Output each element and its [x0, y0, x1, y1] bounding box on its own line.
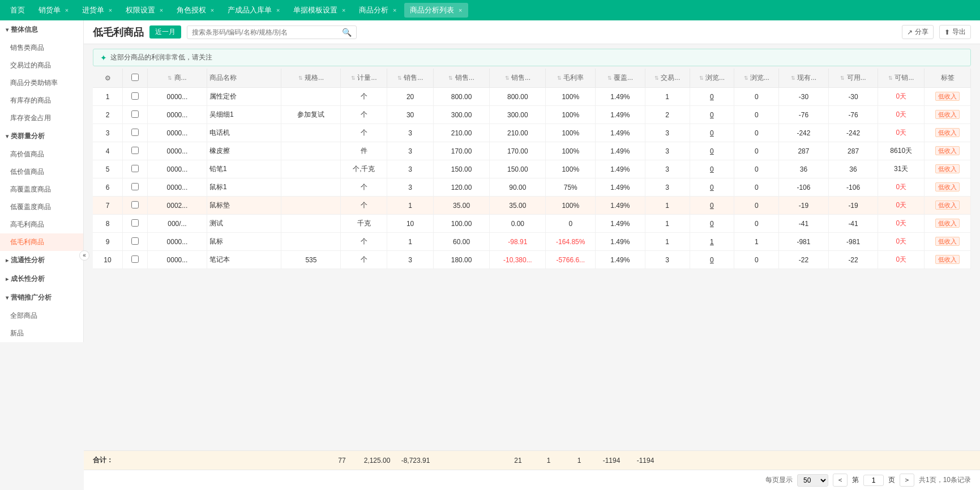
cell-check[interactable]	[123, 142, 148, 160]
close-icon[interactable]: ×	[276, 7, 280, 14]
search-icon[interactable]: 🔍	[342, 28, 352, 37]
col-header-check[interactable]	[123, 69, 148, 88]
col-header-browse2[interactable]: ⇅ 浏览...	[734, 69, 779, 88]
col-header-sale-days[interactable]: ⇅ 可销...	[878, 69, 925, 88]
cell-check[interactable]	[123, 106, 148, 124]
cell-browse1[interactable]: 0	[690, 124, 734, 142]
sidebar-group-growth[interactable]: ▸ 成长性分析	[0, 270, 83, 288]
nav-sales[interactable]: 销货单 ×	[33, 3, 74, 18]
cell-check[interactable]	[123, 88, 148, 106]
prev-page-button[interactable]: ＜	[833, 474, 848, 487]
export-icon: ⬆	[944, 28, 950, 36]
page-number-input[interactable]	[863, 475, 884, 486]
share-button[interactable]: ↗ 分享	[902, 25, 934, 39]
row-checkbox[interactable]	[131, 92, 139, 100]
sidebar-item-sales-goods[interactable]: 销售类商品	[0, 39, 83, 57]
sort-icon: ⇅	[351, 75, 356, 81]
close-icon[interactable]: ×	[459, 7, 462, 14]
cell-check[interactable]	[123, 160, 148, 178]
cell-check[interactable]	[123, 233, 148, 251]
close-icon[interactable]: ×	[393, 7, 396, 14]
col-header-sales-amt[interactable]: ⇅ 销售...	[490, 69, 546, 88]
sidebar-item-high-value[interactable]: 高价值商品	[0, 146, 83, 163]
next-page-button[interactable]: ＞	[900, 474, 914, 487]
per-page-select[interactable]: 50 100 200	[797, 474, 828, 487]
sidebar-item-all-goods[interactable]: 全部商品	[0, 307, 83, 325]
sidebar-item-new-goods[interactable]: 新品	[0, 325, 83, 342]
col-header-name[interactable]: 商品名称	[207, 69, 281, 88]
cell-check[interactable]	[123, 178, 148, 197]
sidebar-item-low-value[interactable]: 低价值商品	[0, 163, 83, 181]
table-container[interactable]: ⚙ ⇅ 商... 商品名称 ⇅ 规格... ⇅ 计量... ⇅ 销售... ⇅ …	[84, 69, 980, 450]
cell-trade-cnt: 3	[645, 251, 690, 269]
cell-avail-stock: 36	[828, 160, 878, 178]
cell-check[interactable]	[123, 124, 148, 142]
cell-browse1[interactable]: 0	[690, 251, 734, 269]
col-header-trade[interactable]: ⇅ 交易...	[645, 69, 690, 88]
sidebar-group-overall[interactable]: ▾ 整体信息	[0, 20, 83, 39]
sidebar-item-low-gross[interactable]: 低毛利商品	[0, 233, 83, 251]
col-header-settings[interactable]: ⚙	[93, 69, 123, 88]
cell-browse1[interactable]: 0	[690, 88, 734, 106]
col-header-current-stock[interactable]: ⇅ 现有...	[779, 69, 829, 88]
row-checkbox[interactable]	[131, 183, 139, 190]
col-header-code[interactable]: ⇅ 商...	[147, 69, 207, 88]
cell-browse1[interactable]: 1	[690, 233, 734, 251]
row-checkbox[interactable]	[131, 165, 139, 172]
nav-goods-analysis[interactable]: 商品分析 ×	[353, 3, 402, 18]
cell-browse1[interactable]: 0	[690, 142, 734, 160]
export-button[interactable]: ⬆ 导出	[939, 25, 971, 39]
sidebar-item-high-gross[interactable]: 高毛利商品	[0, 216, 83, 233]
row-checkbox[interactable]	[131, 147, 139, 154]
row-checkbox[interactable]	[131, 110, 139, 118]
row-checkbox[interactable]	[131, 237, 139, 245]
sidebar-collapse-button[interactable]: «	[79, 250, 89, 261]
sidebar-item-category-rate[interactable]: 商品分类助销率	[0, 74, 83, 92]
col-header-avail-stock[interactable]: ⇅ 可用...	[828, 69, 878, 88]
col-header-sales-price[interactable]: ⇅ 销售...	[433, 69, 489, 88]
nav-purchase[interactable]: 进货单 ×	[76, 3, 118, 18]
col-header-gross[interactable]: ⇅ 毛利率	[546, 69, 596, 88]
cell-browse1[interactable]: 0	[690, 106, 734, 124]
row-checkbox[interactable]	[131, 255, 139, 263]
cell-browse1[interactable]: 0	[690, 197, 734, 215]
col-header-cover[interactable]: ⇅ 覆盖...	[596, 69, 645, 88]
nav-goods-analysis-list[interactable]: 商品分析列表 ×	[404, 3, 468, 18]
filter-button[interactable]: 近一月	[149, 25, 181, 39]
sidebar-group-flow[interactable]: ▸ 流通性分析	[0, 251, 83, 270]
col-header-tag[interactable]: 标签	[925, 69, 971, 88]
cell-browse1[interactable]: 0	[690, 178, 734, 197]
row-checkbox[interactable]	[131, 129, 139, 136]
sidebar-item-stock-capital[interactable]: 库存资金占用	[0, 109, 83, 127]
cell-check[interactable]	[123, 197, 148, 215]
sidebar-item-low-cover[interactable]: 低覆盖度商品	[0, 198, 83, 216]
search-input[interactable]	[192, 28, 342, 36]
cell-sales-amt: 150.00	[490, 160, 546, 178]
cell-browse1[interactable]: 0	[690, 160, 734, 178]
nav-template[interactable]: 单据模板设置 ×	[288, 3, 351, 18]
close-icon[interactable]: ×	[342, 7, 345, 14]
sidebar-item-high-cover[interactable]: 高覆盖度商品	[0, 181, 83, 198]
col-header-sales-qty[interactable]: ⇅ 销售...	[387, 69, 434, 88]
cell-check[interactable]	[123, 251, 148, 269]
sidebar-group-cluster[interactable]: ▾ 类群量分析	[0, 127, 83, 146]
select-all-checkbox[interactable]	[131, 74, 139, 81]
nav-product-entry[interactable]: 产成品入库单 ×	[222, 3, 285, 18]
sidebar-item-instock-goods[interactable]: 有库存的商品	[0, 92, 83, 109]
row-checkbox[interactable]	[131, 219, 139, 227]
nav-home[interactable]: 首页	[5, 3, 31, 18]
close-icon[interactable]: ×	[65, 7, 69, 14]
cell-check[interactable]	[123, 215, 148, 233]
col-header-browse1[interactable]: ⇅ 浏览...	[690, 69, 734, 88]
row-checkbox[interactable]	[131, 201, 139, 208]
close-icon[interactable]: ×	[160, 7, 163, 14]
close-icon[interactable]: ×	[109, 7, 112, 14]
col-header-spec[interactable]: ⇅ 规格...	[281, 69, 341, 88]
nav-role[interactable]: 角色授权 ×	[171, 3, 220, 18]
sidebar-item-traded-goods[interactable]: 交易过的商品	[0, 57, 83, 74]
close-icon[interactable]: ×	[211, 7, 214, 14]
sidebar-group-marketing[interactable]: ▾ 营销推广分析	[0, 288, 83, 307]
col-header-unit[interactable]: ⇅ 计量...	[341, 69, 387, 88]
cell-browse1[interactable]: 0	[690, 215, 734, 233]
nav-permission[interactable]: 权限设置 ×	[120, 3, 169, 18]
